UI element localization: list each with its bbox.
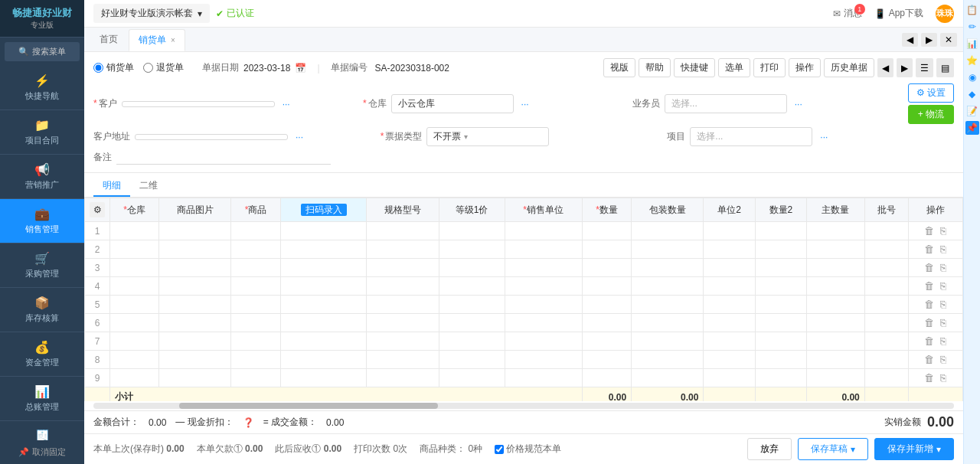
row-copy-button[interactable]: ⎘	[939, 299, 948, 310]
cell-product[interactable]	[231, 369, 280, 387]
cell-sale-unit[interactable]	[505, 240, 582, 259]
radio-return-order[interactable]: 退货单	[143, 61, 184, 74]
cell-main-qty[interactable]	[807, 314, 865, 332]
cell-spec[interactable]	[367, 332, 439, 351]
cell-quantity[interactable]	[582, 259, 631, 277]
cell-batch[interactable]	[864, 351, 908, 369]
cell-main-qty[interactable]	[807, 259, 865, 277]
horizontal-scrollbar[interactable]	[93, 403, 954, 409]
cell-batch[interactable]	[864, 332, 908, 351]
cell-warehouse[interactable]	[110, 369, 159, 387]
address-input[interactable]	[135, 134, 288, 140]
cell-sale-unit[interactable]	[505, 351, 582, 369]
cell-unit2[interactable]	[704, 351, 755, 369]
cell-quantity[interactable]	[582, 314, 631, 332]
sidebar-bottom-item[interactable]: 📌 取消固定	[0, 440, 84, 464]
cell-price1[interactable]	[439, 351, 505, 369]
right-panel-icon-7[interactable]: 📝	[965, 104, 979, 118]
print-button[interactable]: 打印	[753, 58, 786, 77]
cell-barcode[interactable]	[280, 296, 367, 314]
settings-icon[interactable]: ⚙	[90, 202, 105, 217]
cell-barcode[interactable]	[280, 240, 367, 259]
cell-batch[interactable]	[864, 314, 908, 332]
cell-main-qty[interactable]	[807, 240, 865, 259]
cell-pack-qty[interactable]	[632, 222, 704, 240]
discard-button[interactable]: 放弃	[747, 438, 792, 460]
price-check-label[interactable]: 价格规范本单	[495, 443, 561, 456]
cell-quantity[interactable]	[582, 351, 631, 369]
help-icon[interactable]: ❓	[243, 417, 254, 428]
cell-main-qty[interactable]	[807, 332, 865, 351]
cell-qty2[interactable]	[755, 314, 806, 332]
tab-home[interactable]: 首页	[90, 29, 127, 50]
cell-ops[interactable]: 🗑 ⎘	[908, 314, 962, 332]
col-settings[interactable]: ⚙	[85, 198, 110, 222]
sidebar-item-purchase[interactable]: 🛒 采购管理	[0, 243, 84, 288]
cell-ops[interactable]: 🗑 ⎘	[908, 240, 962, 259]
cell-ops[interactable]: 🗑 ⎘	[908, 332, 962, 351]
cell-image[interactable]	[159, 240, 231, 259]
cell-spec[interactable]	[367, 369, 439, 387]
row-delete-button[interactable]: 🗑	[923, 262, 936, 273]
cell-unit2[interactable]	[704, 259, 755, 277]
cell-barcode[interactable]	[280, 259, 367, 277]
user-menu[interactable]: 珠珠	[936, 5, 954, 23]
cell-product[interactable]	[231, 222, 280, 240]
row-copy-button[interactable]: ⎘	[939, 354, 948, 365]
sidebar-item-finance[interactable]: 💰 资金管理	[0, 332, 84, 377]
row-copy-button[interactable]: ⎘	[939, 335, 948, 347]
cell-price1[interactable]	[439, 332, 505, 351]
cell-pack-qty[interactable]	[632, 259, 704, 277]
cell-pack-qty[interactable]	[632, 369, 704, 387]
col-spec[interactable]: 规格型号	[367, 198, 439, 222]
cell-ops[interactable]: 🗑 ⎘	[908, 351, 962, 369]
cell-spec[interactable]	[367, 259, 439, 277]
customer-dots-button[interactable]: ···	[279, 99, 293, 109]
right-panel-icon-8[interactable]: 📌	[965, 121, 979, 135]
row-delete-button[interactable]: 🗑	[923, 299, 936, 310]
project-dots-button[interactable]: ···	[817, 132, 831, 142]
cell-product[interactable]	[231, 314, 280, 332]
cell-product[interactable]	[231, 332, 280, 351]
tab-close-button[interactable]: ×	[171, 36, 175, 44]
cell-qty2[interactable]	[755, 351, 806, 369]
cell-image[interactable]	[159, 314, 231, 332]
cell-pack-qty[interactable]	[632, 314, 704, 332]
cell-barcode[interactable]	[280, 332, 367, 351]
cell-image[interactable]	[159, 259, 231, 277]
cell-product[interactable]	[231, 240, 280, 259]
cell-spec[interactable]	[367, 277, 439, 296]
cell-image[interactable]	[159, 296, 231, 314]
cell-qty2[interactable]	[755, 369, 806, 387]
sidebar-item-sales[interactable]: 💼 销售管理	[0, 199, 84, 243]
cell-spec[interactable]	[367, 222, 439, 240]
cell-warehouse[interactable]	[110, 296, 159, 314]
cell-sale-unit[interactable]	[505, 259, 582, 277]
cell-unit2[interactable]	[704, 277, 755, 296]
cell-image[interactable]	[159, 222, 231, 240]
cell-sale-unit[interactable]	[505, 277, 582, 296]
cell-warehouse[interactable]	[110, 240, 159, 259]
row-delete-button[interactable]: 🗑	[923, 317, 936, 328]
cell-pack-qty[interactable]	[632, 296, 704, 314]
cell-unit2[interactable]	[704, 369, 755, 387]
cell-product[interactable]	[231, 277, 280, 296]
cell-product[interactable]	[231, 351, 280, 369]
save-draft-button[interactable]: 保存草稿 ▾	[798, 438, 868, 460]
col-image[interactable]: 商品图片	[159, 198, 231, 222]
cell-batch[interactable]	[864, 369, 908, 387]
col-main-qty[interactable]: 主数量	[807, 198, 865, 222]
cell-quantity[interactable]	[582, 296, 631, 314]
radio-sale-order[interactable]: 销货单	[93, 61, 134, 74]
cell-spec[interactable]	[367, 351, 439, 369]
tab-prev-button[interactable]: ◀	[902, 33, 918, 47]
cell-product[interactable]	[231, 296, 280, 314]
cell-image[interactable]	[159, 369, 231, 387]
cell-batch[interactable]	[864, 222, 908, 240]
cell-price1[interactable]	[439, 314, 505, 332]
cell-ops[interactable]: 🗑 ⎘	[908, 369, 962, 387]
cell-main-qty[interactable]	[807, 222, 865, 240]
cell-image[interactable]	[159, 351, 231, 369]
row-copy-button[interactable]: ⎘	[939, 372, 948, 384]
list-view-button[interactable]: ▤	[936, 58, 954, 77]
